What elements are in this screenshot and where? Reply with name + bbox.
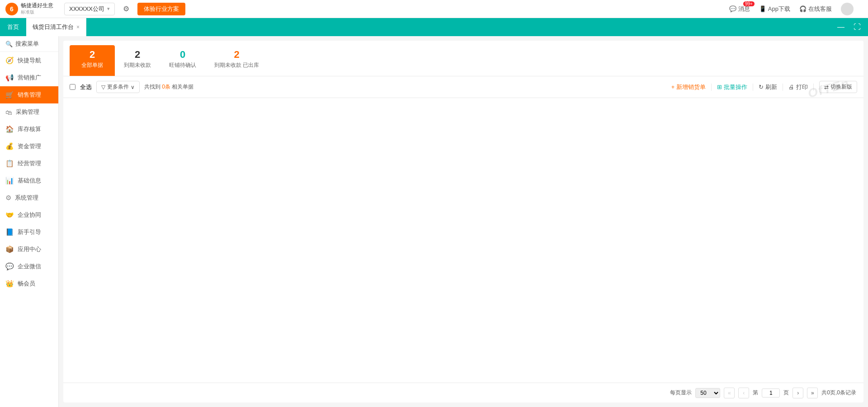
member-icon: 👑 bbox=[5, 280, 14, 288]
tab-qianghuo[interactable]: 钱货日清工作台 × bbox=[26, 18, 86, 36]
logo-subtitle: 标准版 bbox=[21, 9, 53, 15]
nav-icon: 🧭 bbox=[5, 56, 14, 65]
sidebar-item-enterprise[interactable]: 🤝 企业协同 bbox=[0, 206, 58, 224]
toolbar: 全选 ▽ 更多条件 ∨ 共找到 0条 相关单据 + 新增销货单 ⊞ 批量操作 bbox=[63, 76, 863, 98]
headset-icon: 🎧 bbox=[799, 5, 807, 12]
stat-tab-overdue[interactable]: 2 到期未收款 bbox=[115, 45, 160, 76]
batch-icon: ⊞ bbox=[717, 84, 722, 90]
switch-label: 切换新版 bbox=[830, 83, 852, 91]
content-area: 2 全部单据 2 到期未收款 0 旺铺待确认 2 到期未收款 已出库 bbox=[59, 36, 868, 407]
sidebar-item-guide[interactable]: 📘 新手引导 bbox=[0, 224, 58, 241]
operations-icon: 📋 bbox=[5, 159, 14, 168]
online-service-label: 在线客服 bbox=[808, 5, 832, 13]
per-page-select[interactable]: 50 100 200 bbox=[695, 388, 720, 398]
print-button[interactable]: 🖨 打印 bbox=[788, 83, 808, 91]
top-header: 6 畅捷通好生意 标准版 XXXXXX公司 ▾ ⚙ 体验行业方案 💬 消息 99… bbox=[0, 0, 868, 18]
divider bbox=[783, 84, 783, 91]
company-selector[interactable]: XXXXXX公司 ▾ bbox=[64, 3, 115, 15]
app-download-button[interactable]: 📱 App下载 bbox=[759, 5, 790, 13]
trial-button[interactable]: 体验行业方案 bbox=[137, 3, 185, 15]
enterprise-icon: 🤝 bbox=[5, 211, 14, 219]
tab-bar: 首页 钱货日清工作台 × — ⛶ bbox=[0, 18, 868, 36]
sidebar-item-member[interactable]: 👑 畅会员 bbox=[0, 275, 58, 292]
select-all-checkbox[interactable] bbox=[70, 84, 75, 90]
purchase-icon: 🛍 bbox=[5, 108, 12, 116]
sidebar-item-quick-nav[interactable]: 🧭 快捷导航 bbox=[0, 52, 58, 69]
found-count: 0条 bbox=[162, 84, 170, 90]
stat-label-overdue: 到期未收款 bbox=[124, 61, 151, 69]
search-menu-button[interactable]: 🔍 搜索菜单 bbox=[0, 36, 58, 52]
table-area bbox=[63, 98, 863, 383]
page-label2: 页 bbox=[783, 389, 789, 397]
sidebar-item-app-center[interactable]: 📦 应用中心 bbox=[0, 241, 58, 258]
sidebar-label: 库存核算 bbox=[18, 125, 41, 133]
content-inner: 2 全部单据 2 到期未收款 0 旺铺待确认 2 到期未收款 已出库 bbox=[63, 41, 863, 402]
batch-operation-button[interactable]: ⊞ 批量操作 bbox=[717, 83, 747, 91]
divider bbox=[813, 84, 814, 91]
tab-label: 钱货日清工作台 bbox=[33, 23, 74, 31]
page-next-button[interactable]: › bbox=[793, 388, 803, 398]
sidebar-item-system[interactable]: ⚙ 系统管理 bbox=[0, 189, 58, 206]
logo-area: 6 畅捷通好生意 标准版 bbox=[5, 2, 64, 16]
online-service-button[interactable]: 🎧 在线客服 bbox=[799, 5, 832, 13]
tab-close-icon[interactable]: × bbox=[76, 24, 80, 30]
sidebar-item-wechat[interactable]: 💬 企业微信 bbox=[0, 258, 58, 275]
page-number-input[interactable] bbox=[762, 388, 780, 398]
stat-num-overdue-shipped: 2 bbox=[234, 49, 240, 61]
refresh-icon: ↻ bbox=[759, 84, 764, 90]
page-prev-button[interactable]: ‹ bbox=[738, 388, 749, 398]
stat-label-all: 全部单据 bbox=[81, 61, 103, 69]
stat-num-overdue: 2 bbox=[135, 49, 140, 61]
sidebar-item-finance[interactable]: 💰 资金管理 bbox=[0, 138, 58, 155]
main-layout: 🔍 搜索菜单 🧭 快捷导航 📢 营销推广 🛒 销售管理 🛍 采购管理 🏠 库存核… bbox=[0, 36, 868, 407]
print-label: 打印 bbox=[796, 83, 808, 91]
sales-icon: 🛒 bbox=[5, 91, 14, 99]
refresh-button[interactable]: ↻ 刷新 bbox=[759, 83, 777, 91]
app-center-icon: 📦 bbox=[5, 245, 14, 253]
per-page-label: 每页显示 bbox=[670, 389, 692, 397]
sidebar-label: 畅会员 bbox=[18, 280, 35, 288]
sidebar-item-operations[interactable]: 📋 经营管理 bbox=[0, 155, 58, 172]
wechat-icon: 💬 bbox=[5, 262, 14, 271]
tab-minimize-icon[interactable]: — bbox=[835, 22, 847, 32]
search-menu-label: 搜索菜单 bbox=[15, 40, 39, 48]
marketing-icon: 📢 bbox=[5, 74, 14, 82]
finance-icon: 💰 bbox=[5, 142, 14, 150]
page-last-button[interactable]: » bbox=[807, 388, 818, 398]
toolbar-right: + 新增销货单 ⊞ 批量操作 ↻ 刷新 🖨 打印 bbox=[671, 81, 857, 93]
filter-icon: ▽ bbox=[101, 84, 105, 90]
more-filter-button[interactable]: ▽ 更多条件 ∨ bbox=[96, 81, 140, 93]
tab-controls: — ⛶ bbox=[835, 22, 868, 32]
sidebar-item-inventory[interactable]: 🏠 库存核算 bbox=[0, 121, 58, 138]
message-button[interactable]: 💬 消息 99+ bbox=[729, 5, 750, 13]
guide-icon: 📘 bbox=[5, 228, 14, 236]
batch-label: 批量操作 bbox=[724, 83, 747, 91]
stat-num-all: 2 bbox=[90, 49, 95, 61]
sidebar-item-marketing[interactable]: 📢 营销推广 bbox=[0, 69, 58, 86]
stat-tab-pending[interactable]: 0 旺铺待确认 bbox=[160, 45, 205, 76]
sidebar-label: 营销推广 bbox=[18, 74, 41, 82]
settings-button[interactable]: ⚙ bbox=[119, 3, 133, 15]
page-first-button[interactable]: « bbox=[724, 388, 735, 398]
tab-maximize-icon[interactable]: ⛶ bbox=[851, 22, 863, 32]
tab-home[interactable]: 首页 bbox=[0, 18, 26, 36]
sidebar-item-purchase[interactable]: 🛍 采购管理 bbox=[0, 103, 58, 121]
stat-tab-all[interactable]: 2 全部单据 bbox=[70, 45, 115, 76]
stats-row: 2 全部单据 2 到期未收款 0 旺铺待确认 2 到期未收款 已出库 bbox=[63, 41, 863, 76]
add-sale-button[interactable]: + 新增销货单 bbox=[671, 83, 706, 91]
switch-version-button[interactable]: ⇄ 切换新版 bbox=[819, 81, 857, 93]
company-name: XXXXXX公司 bbox=[69, 5, 104, 13]
sidebar-label: 企业协同 bbox=[18, 211, 41, 219]
search-icon: 🔍 bbox=[5, 41, 13, 47]
refresh-label: 刷新 bbox=[765, 83, 777, 91]
stat-tab-overdue-shipped[interactable]: 2 到期未收款 已出库 bbox=[205, 45, 268, 76]
divider bbox=[711, 84, 712, 91]
print-icon: 🖨 bbox=[788, 84, 794, 90]
inventory-icon: 🏠 bbox=[5, 125, 14, 133]
avatar[interactable] bbox=[841, 3, 854, 15]
gear-icon: ⚙ bbox=[123, 5, 129, 13]
sidebar-label: 经营管理 bbox=[18, 159, 41, 168]
logo-title: 畅捷通好生意 bbox=[21, 2, 53, 9]
sidebar-item-sales[interactable]: 🛒 销售管理 bbox=[0, 86, 58, 103]
sidebar-item-basic-info[interactable]: 📊 基础信息 bbox=[0, 172, 58, 189]
